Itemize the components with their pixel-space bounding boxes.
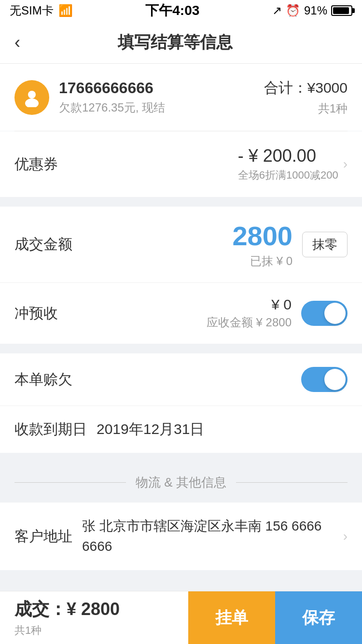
bottom-summary: 成交：¥ 2800 共1种 <box>0 598 188 638</box>
back-button[interactable]: ‹ <box>14 32 20 53</box>
nav-bar: ‹ 填写结算等信息 <box>0 21 362 64</box>
bottom-deal-label: 成交：¥ 2800 <box>14 598 174 621</box>
save-button[interactable]: 保存 <box>275 591 362 644</box>
alarm-icon: ⏰ <box>286 4 300 17</box>
address-row[interactable]: 客户地址 张 北京市市辖区海淀区永丰南 156 6666 6666 › <box>0 503 362 570</box>
debt-toggle-knob <box>324 369 346 390</box>
status-right: ↗ ⏰ 91% <box>272 4 352 17</box>
coupon-value-block: - ¥ 200.00 全场6折满1000减200 <box>238 146 338 182</box>
chong-yushou-right: ¥ 0 应收金额 ¥ 2800 <box>207 296 348 330</box>
debt-row: 本单赊欠 <box>0 353 362 406</box>
debt-toggle[interactable] <box>301 367 348 392</box>
form-section-1: 成交金额 2800 已抹 ¥ 0 抹零 冲预收 ¥ 0 应收金额 ¥ 2800 <box>0 207 362 344</box>
hang-button[interactable]: 挂单 <box>188 591 275 644</box>
customer-phone: 17666666666 <box>59 79 165 97</box>
due-date-value: 2019年12月31日 <box>97 420 204 439</box>
chong-yushou-label: 冲预收 <box>14 304 58 323</box>
time-label: 下午4:03 <box>145 1 199 20</box>
battery-icon <box>331 5 352 16</box>
deal-amount-right: 2800 已抹 ¥ 0 抹零 <box>232 220 348 269</box>
section-gap-1 <box>0 197 362 207</box>
customer-info: 17666666666 欠款1276.35元, 现结 <box>59 79 165 115</box>
address-chevron-icon: › <box>343 529 348 544</box>
customer-total: 合计：¥3000 <box>264 78 348 98</box>
bottom-count: 共1种 <box>14 623 174 638</box>
logistics-line-right <box>236 482 348 483</box>
chong-sub: 应收金额 ¥ 2800 <box>207 315 292 330</box>
content-area: 17666666666 欠款1276.35元, 现结 合计：¥3000 共1种 … <box>0 64 362 644</box>
logistics-line-left <box>14 482 126 483</box>
location-icon: ↗ <box>272 4 282 17</box>
section-gap-3 <box>0 453 362 462</box>
customer-count: 共1种 <box>264 101 348 116</box>
coupon-right: - ¥ 200.00 全场6折满1000减200 › <box>238 146 348 182</box>
logistics-divider: 物流 & 其他信息 <box>0 462 362 503</box>
customer-right: 合计：¥3000 共1种 <box>264 78 348 116</box>
address-value: 张 北京市市辖区海淀区永丰南 156 6666 6666 <box>82 516 334 557</box>
coupon-amount: - ¥ 200.00 <box>238 146 338 166</box>
due-date-row: 收款到期日 2019年12月31日 <box>0 406 362 453</box>
svg-point-1 <box>25 98 39 107</box>
deal-amount-block: 2800 已抹 ¥ 0 <box>232 220 292 269</box>
bottom-deal-amount: ¥ 2800 <box>67 599 120 619</box>
coupon-row[interactable]: 优惠券 - ¥ 200.00 全场6折满1000减200 › <box>0 131 362 197</box>
deal-amount-sub: 已抹 ¥ 0 <box>232 253 292 269</box>
customer-left: 17666666666 欠款1276.35元, 现结 <box>14 79 165 115</box>
chong-amount: ¥ 0 <box>207 296 292 313</box>
status-bar: 无SIM卡 📶 下午4:03 ↗ ⏰ 91% <box>0 0 362 21</box>
wifi-icon: 📶 <box>58 4 73 17</box>
svg-point-0 <box>28 91 36 98</box>
battery-fill <box>333 7 349 14</box>
due-date-label: 收款到期日 <box>14 420 87 439</box>
status-left: 无SIM卡 📶 <box>10 3 73 18</box>
bottom-deal-prefix: 成交： <box>14 599 67 619</box>
chong-yushou-row: 冲预收 ¥ 0 应收金额 ¥ 2800 <box>0 283 362 344</box>
coupon-desc: 全场6折满1000减200 <box>238 168 338 182</box>
avatar <box>14 80 49 115</box>
deal-amount-label: 成交金额 <box>14 235 72 254</box>
page-title: 填写结算等信息 <box>30 31 320 54</box>
deal-amount-value: 2800 <box>232 220 292 252</box>
debt-label: 本单赊欠 <box>14 370 72 390</box>
bottom-bar: 成交：¥ 2800 共1种 挂单 保存 <box>0 591 362 644</box>
customer-card: 17666666666 欠款1276.35元, 现结 合计：¥3000 共1种 <box>0 64 362 131</box>
coupon-label: 优惠券 <box>14 154 58 174</box>
chevron-right-icon: › <box>343 156 348 172</box>
deal-amount-row: 成交金额 2800 已抹 ¥ 0 抹零 <box>0 207 362 283</box>
carrier-label: 无SIM卡 <box>10 3 54 18</box>
battery-percent: 91% <box>304 4 327 17</box>
round-zero-button[interactable]: 抹零 <box>302 232 348 257</box>
address-label: 客户地址 <box>14 527 72 546</box>
customer-debt: 欠款1276.35元, 现结 <box>59 100 165 115</box>
chong-yushou-toggle[interactable] <box>301 301 348 326</box>
logistics-label: 物流 & 其他信息 <box>136 474 226 491</box>
section-gap-2 <box>0 344 362 353</box>
toggle-knob <box>324 303 346 324</box>
chong-amount-block: ¥ 0 应收金额 ¥ 2800 <box>207 296 292 330</box>
